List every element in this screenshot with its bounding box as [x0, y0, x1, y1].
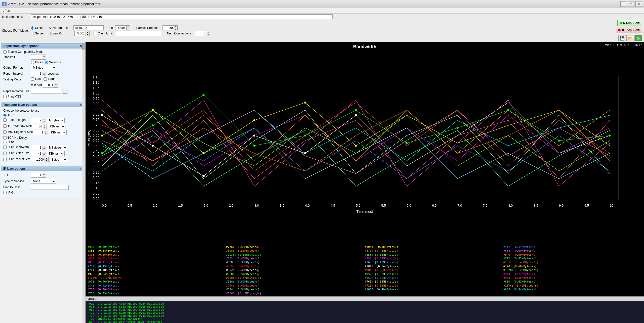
tcp-window-spinner[interactable]: ▲ ▼: [32, 124, 47, 129]
svg-point-57: [355, 109, 357, 111]
udp-buf-spinner[interactable]: ▲ ▼: [31, 151, 46, 156]
report-interval-spinner[interactable]: ▲ ▼: [31, 71, 46, 76]
browse-button[interactable]: ...: [62, 89, 67, 94]
testport-up[interactable]: ▲: [54, 83, 58, 85]
ipv6-checkbox[interactable]: [3, 191, 7, 194]
transmit-down[interactable]: ▼: [42, 57, 46, 59]
udp-pkt-label: UDP Packet Size: [3, 157, 31, 161]
client-limit-checkbox[interactable]: [94, 32, 97, 35]
open-button[interactable]: 📂: [626, 35, 634, 41]
minimize-button[interactable]: —: [620, 1, 627, 7]
app-icon: J: [2, 2, 7, 6]
num-connections-label: Num Connections: [167, 32, 191, 35]
iperf-command-input[interactable]: [31, 14, 333, 19]
buffer-length-checkbox[interactable]: Buffer Length: [3, 118, 31, 122]
parallel-spinner[interactable]: ▲ ▼: [163, 25, 178, 30]
settings-button[interactable]: ⚙: [634, 35, 642, 41]
ttl-spinner[interactable]: ▲ ▼: [31, 173, 46, 178]
app-layer-header: Application layer options ✕: [1, 43, 84, 49]
max-segment-checkbox[interactable]: Max Segment Size: [3, 130, 33, 134]
udp-bw-spinner[interactable]: ▲ ▼: [31, 145, 46, 150]
report-up[interactable]: ▲: [42, 71, 46, 74]
udp-buf-unit[interactable]: KBytesMBytesBytes: [47, 151, 65, 156]
compat-mode-checkbox[interactable]: [3, 50, 7, 54]
svg-point-72: [253, 134, 255, 136]
bw-item: #960: [0.60MBytes/s]: [365, 276, 503, 280]
svg-point-68: [355, 145, 357, 147]
bind-host-input[interactable]: [31, 185, 69, 190]
bytes-radio[interactable]: Bytes: [31, 61, 43, 64]
stop-icon: [618, 29, 621, 31]
listen-up[interactable]: ▲: [86, 31, 89, 33]
tos-select[interactable]: None Low Delay Throughput Reliability: [31, 179, 56, 184]
tcp-window-unit[interactable]: KBytesMBytesBytes: [48, 124, 65, 129]
parallel-up[interactable]: ▲: [174, 26, 177, 28]
output-format-label: Output Format: [3, 66, 31, 69]
udp-bw-label: UDP Bandwidth: [3, 145, 31, 149]
svg-point-71: [203, 175, 205, 177]
svg-text:0.05: 0.05: [93, 191, 100, 195]
client-radio[interactable]: Client: [31, 26, 43, 30]
rep-file-input[interactable]: [31, 89, 61, 94]
svg-text:10: 10: [610, 204, 614, 207]
num-conn-spinner[interactable]: ▲ ▼: [195, 31, 210, 36]
output-format-select[interactable]: MBytes Bytes KBytes GBytes: [31, 65, 56, 70]
port-down[interactable]: ▼: [127, 28, 130, 30]
tcp-window-checkbox[interactable]: TCP Window Size: [3, 124, 32, 128]
svg-text:8.5: 8.5: [534, 204, 538, 207]
report-down[interactable]: ▼: [42, 74, 46, 76]
max-segment-spinner[interactable]: ▲ ▼: [33, 130, 48, 135]
port-spinner[interactable]: ▲ ▼: [115, 25, 130, 30]
bw-item: #992: [0.48MBytes/s]: [226, 268, 365, 272]
numconn-up[interactable]: ▲: [206, 31, 210, 33]
udp-bw-unit[interactable]: MBytes/secKBytes/sec: [47, 145, 67, 150]
stop-button[interactable]: ⏹ Stop IPerf!: [616, 27, 642, 33]
maximize-button[interactable]: □: [628, 1, 634, 7]
menu-jperf[interactable]: JPerf: [1, 9, 12, 13]
buffer-length-spinner[interactable]: ▲ ▼: [31, 118, 46, 123]
listen-down[interactable]: ▼: [86, 33, 89, 36]
test-port-spinner[interactable]: ▲ ▼: [43, 83, 58, 88]
ip-layer-header: IP layer options ✕: [1, 166, 84, 171]
parallel-down[interactable]: ▼: [174, 28, 177, 30]
close-button[interactable]: ✕: [635, 1, 642, 7]
server-address-input[interactable]: [73, 25, 104, 30]
svg-point-59: [456, 127, 458, 129]
svg-text:2.5: 2.5: [229, 204, 233, 207]
client-limit-input[interactable]: [116, 31, 161, 36]
scrollbar[interactable]: [82, 42, 85, 323]
server-radio[interactable]: Server: [31, 32, 44, 35]
listen-port-spinner[interactable]: ▲ ▼: [74, 31, 90, 36]
transport-layer-header: Transport layer options ✕: [1, 102, 84, 107]
testport-down[interactable]: ▼: [54, 85, 58, 87]
protocol-label: Choose the protocol to use: [3, 109, 82, 112]
save-button[interactable]: 💾: [618, 35, 626, 41]
udp-pkt-spinner[interactable]: ▲ ▼: [31, 157, 49, 162]
buffer-length-unit[interactable]: MBytesKBytesBytes: [47, 118, 65, 123]
run-button[interactable]: ▶ Run IPerf!: [617, 20, 642, 26]
output-content[interactable]: [912] 0.0-10.2 sec 4.53 MBytes 0.44 MByt…: [86, 301, 644, 323]
port-up[interactable]: ▲: [127, 26, 130, 28]
tcp-radio[interactable]: [3, 114, 7, 117]
max-segment-unit[interactable]: KBytesMBytesBytes: [49, 130, 67, 135]
seconds-radio[interactable]: Seconds: [45, 61, 61, 64]
transmit-up[interactable]: ▲: [42, 55, 46, 57]
report-interval-label: Report Interval: [3, 72, 31, 75]
bw-item: #940: [0.59MBytes/s]: [503, 253, 642, 257]
print-mss-checkbox[interactable]: [3, 95, 7, 98]
seconds-unit: seconds: [48, 72, 59, 75]
svg-text:4.5: 4.5: [331, 204, 335, 207]
svg-text:0.70: 0.70: [93, 123, 100, 127]
udp-radio[interactable]: [3, 141, 7, 144]
transmit-spinner[interactable]: ▲ ▼: [31, 55, 46, 60]
svg-text:9.0: 9.0: [559, 204, 564, 207]
bw-item: #1016: [0.54MBytes/s]: [365, 264, 503, 268]
no-delay-checkbox[interactable]: [3, 136, 7, 140]
svg-rect-0: [86, 65, 644, 222]
svg-text:0.90: 0.90: [93, 102, 100, 106]
bw-item: #1028: [0.29MBytes/s]: [503, 268, 642, 272]
trade-checkbox[interactable]: Trade: [44, 77, 56, 81]
udp-pkt-unit[interactable]: BytesKBytes: [50, 157, 67, 162]
numconn-down[interactable]: ▼: [206, 33, 210, 36]
dual-checkbox[interactable]: Dual: [31, 77, 42, 81]
